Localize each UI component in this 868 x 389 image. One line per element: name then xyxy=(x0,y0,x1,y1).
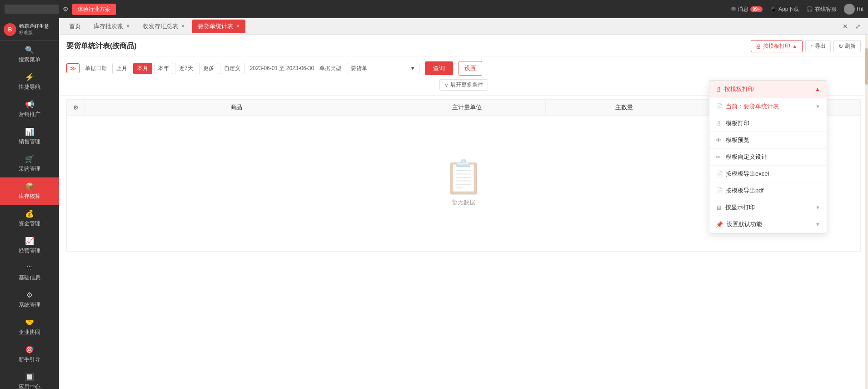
date-btn-this-year[interactable]: 本年 xyxy=(154,63,173,74)
refresh-button[interactable]: ↻ 刷新 xyxy=(833,40,861,52)
message-label: 消息 xyxy=(738,5,748,13)
sidebar-item-apps[interactable]: 🔲 应用中心 xyxy=(0,368,59,389)
refresh-label: 刷新 xyxy=(845,42,856,50)
scrollbar-thumb[interactable] xyxy=(865,48,868,85)
sidebar-item-nav[interactable]: ⚡ 快捷导航 xyxy=(0,68,59,96)
sidebar-item-purchase[interactable]: 🛒 采购管理 xyxy=(0,150,59,177)
headset-icon: 🎧 xyxy=(806,6,813,12)
sidebar-item-inventory[interactable]: 📦 库存核算 xyxy=(0,177,59,205)
tab-order-stat-label: 要货单统计表 xyxy=(198,22,233,30)
th-qty: 主数量 xyxy=(546,100,703,115)
page-content-wrapper: 要货单统计表(按商品) 🖨 按模板打印 ▲ ↑ 导出 xyxy=(59,35,868,389)
dropdown-current-item[interactable]: 📄 当前：要货单统计表 ▼ xyxy=(709,98,827,115)
sidebar-label-nav: 快捷导航 xyxy=(19,83,40,91)
page-header: 要货单统计表(按商品) 🖨 按模板打印 ▲ ↑ 导出 xyxy=(59,35,868,56)
export-excel-label: 按模板导出excel xyxy=(726,170,769,178)
search-icon: 🔍 xyxy=(25,45,34,54)
default-func-label: 设置默认功能 xyxy=(727,220,762,228)
top-bar-left: ⚙ 体验行业方案 xyxy=(5,4,728,15)
dropdown-template-preview[interactable]: 👁 模板预览 xyxy=(709,132,827,149)
page-title: 要货单统计表(按商品) xyxy=(66,41,137,51)
dropdown-template-print[interactable]: 🖨 模板打印 xyxy=(709,115,827,132)
th-settings[interactable]: ⚙ xyxy=(67,101,85,115)
sidebar-item-operation[interactable]: 📈 经营管理 xyxy=(0,232,59,259)
th-unit: 主计量单位 xyxy=(388,100,545,115)
tab-order-stat[interactable]: 要货单统计表 ✕ xyxy=(192,20,245,33)
logo-text-block: 畅康通好生意 标准版 xyxy=(19,23,49,36)
sidebar-logo: B 畅康通好生意 标准版 xyxy=(0,18,59,41)
tab-bar: 首页 库存批次账 ✕ 收发存汇总表 ✕ 要货单统计表 ✕ ✕ ⤢ xyxy=(59,18,868,35)
section-display-arrow: ▼ xyxy=(815,205,820,210)
filter-expand-icon[interactable]: ≫ xyxy=(66,63,80,73)
operation-icon: 📈 xyxy=(25,237,34,245)
sidebar-item-finance[interactable]: 💰 资金管理 xyxy=(0,205,59,232)
sidebar-item-marketing[interactable]: 📢 营销推广 xyxy=(0,96,59,123)
online-service-item[interactable]: 🎧 在线客服 xyxy=(806,5,837,13)
online-service-label: 在线客服 xyxy=(815,5,837,13)
tab-inventory-batch-close[interactable]: ✕ xyxy=(126,23,130,29)
date-btn-7days[interactable]: 近7天 xyxy=(175,63,197,74)
sidebar-item-guide[interactable]: 🎯 新手引导 xyxy=(0,341,59,368)
window-expand-btn[interactable]: ⤢ xyxy=(853,22,863,31)
sidebar-label-operation: 经营管理 xyxy=(19,247,40,255)
dropdown-section-display-print[interactable]: 🖥 按显示打印 ▼ xyxy=(709,199,827,216)
right-scrollbar[interactable] xyxy=(865,35,868,389)
display-print-label: 按显示打印 xyxy=(725,203,755,212)
query-button[interactable]: 查询 xyxy=(425,61,453,75)
message-item[interactable]: ✉ 消息 99+ xyxy=(731,5,763,13)
tab-inventory-batch[interactable]: 库存批次账 ✕ xyxy=(88,20,135,33)
header-actions: 🖨 按模板打印 ▲ ↑ 导出 ↻ 刷新 xyxy=(751,40,861,52)
sidebar-item-corp[interactable]: 🤝 企业协同 xyxy=(0,313,59,341)
current-item-label: 当前：要货单统计表 xyxy=(726,102,779,111)
user-item[interactable]: Rit xyxy=(844,4,863,15)
export-excel-icon: 📄 xyxy=(716,171,723,177)
date-btn-this-month[interactable]: 本月 xyxy=(133,63,152,74)
basic-icon: 🗂 xyxy=(26,264,33,272)
export-button[interactable]: ↑ 导出 xyxy=(805,40,831,52)
app-download-item[interactable]: 📱 App下载 xyxy=(770,5,799,13)
sidebar-label-system: 系统管理 xyxy=(19,301,40,309)
template-preview-icon: 👁 xyxy=(716,137,722,144)
sidebar-label-guide: 新手引导 xyxy=(19,356,40,364)
date-btn-more[interactable]: 更多 xyxy=(199,63,218,74)
dropdown-collapse-icon[interactable]: ▲ xyxy=(815,86,820,92)
print-button[interactable]: 🖨 按模板打印 ▲ xyxy=(751,40,803,52)
print-dropdown-title: 🖨 按模板打印 xyxy=(716,85,754,93)
settings-icon[interactable]: ⚙ xyxy=(63,5,69,13)
sidebar-item-system[interactable]: ⚙ 系统管理 xyxy=(0,286,59,313)
expand-more-btn[interactable]: ∨ 展开更多条件 xyxy=(439,79,488,91)
dropdown-template-design[interactable]: ✏ 模板自定义设计 xyxy=(709,149,827,166)
sidebar-item-basic[interactable]: 🗂 基础信息 xyxy=(0,259,59,286)
settings-button[interactable]: 设置 xyxy=(459,61,482,76)
current-item-icon: 📄 xyxy=(716,103,723,110)
message-badge: 99+ xyxy=(750,6,763,12)
sidebar-item-sales[interactable]: 📊 销售管理 xyxy=(0,123,59,150)
dropdown-export-excel[interactable]: 📄 按模板导出excel xyxy=(709,166,827,182)
date-btn-custom[interactable]: 自定义 xyxy=(220,63,244,74)
trial-button[interactable]: 体验行业方案 xyxy=(72,4,116,15)
dropdown-export-pdf[interactable]: 📄 按模板导出pdf xyxy=(709,182,827,199)
template-print-label: 模板打印 xyxy=(726,119,749,127)
type-select[interactable]: 要货单 ▼ xyxy=(347,63,419,74)
sidebar-label-search: 搜索菜单 xyxy=(19,56,40,64)
logo-tag: 标准版 xyxy=(19,30,49,36)
nav-icon: ⚡ xyxy=(25,73,34,81)
window-close-btn[interactable]: ✕ xyxy=(840,22,851,31)
tab-order-stat-close[interactable]: ✕ xyxy=(236,23,240,29)
download-icon: 📱 xyxy=(770,6,777,12)
tab-stock-summary-close[interactable]: ✕ xyxy=(181,23,185,29)
th-product: 商品 xyxy=(85,100,388,115)
date-range-display: 2023-06-01 至 2023-06-30 xyxy=(250,65,314,72)
date-btn-last-month[interactable]: 上月 xyxy=(112,63,131,74)
top-bar-right: ✉ 消息 99+ 📱 App下载 🎧 在线客服 Rit xyxy=(731,4,863,15)
sidebar-item-search[interactable]: 🔍 搜索菜单 xyxy=(0,41,59,68)
section-default-arrow: ▼ xyxy=(815,222,820,227)
sidebar-label-basic: 基础信息 xyxy=(19,274,40,282)
dropdown-section-set-default[interactable]: 📌 设置默认功能 ▼ xyxy=(709,216,827,233)
display-print-icon: 🖥 xyxy=(716,204,722,211)
content-area: 首页 库存批次账 ✕ 收发存汇总表 ✕ 要货单统计表 ✕ ✕ ⤢ xyxy=(59,18,868,389)
tab-stock-summary[interactable]: 收发存汇总表 ✕ xyxy=(137,20,190,33)
tab-home[interactable]: 首页 xyxy=(64,20,86,33)
print-dropdown-printer-icon: 🖨 xyxy=(716,86,722,93)
top-search-input[interactable] xyxy=(5,5,59,14)
